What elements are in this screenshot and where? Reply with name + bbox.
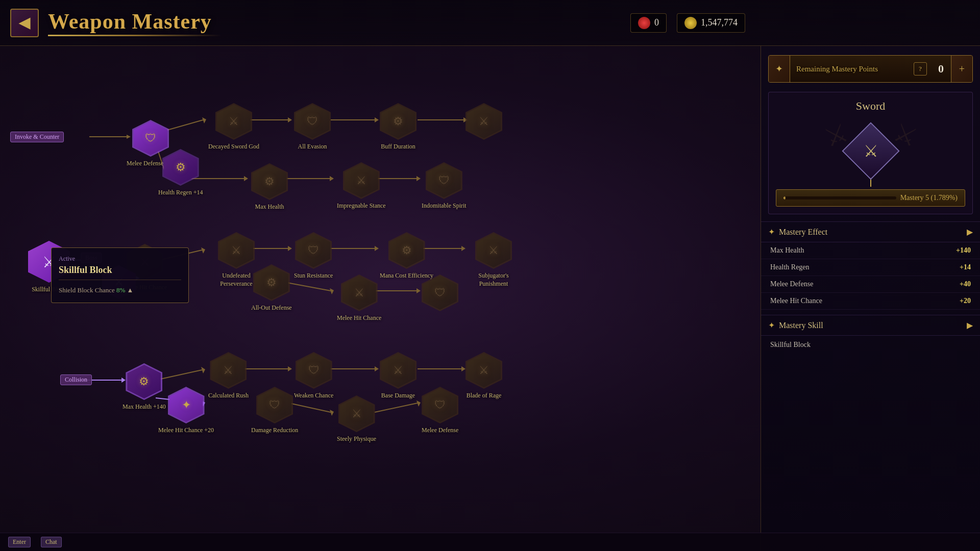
impregnable-outer: ⚔ [343,162,380,199]
mastery-effect-icon: ✦ [768,227,775,237]
damage-reduction-r1-label: Indomitable Spirit [422,202,467,210]
mastery-currency-value: 0 [654,17,659,28]
all-out-label: Melee Hit Chance [337,314,381,322]
melee-hit-r3-node[interactable]: 🛡 [422,274,458,314]
svg-marker-38 [288,366,292,371]
effect-melee-hit-value: +20 [960,297,971,305]
mastery-effect-header: ✦ Mastery Effect ▶ [761,221,980,242]
melee-hit-20-node[interactable]: ✦ Melee Hit Chance +20 [158,387,214,435]
undefeated-hex: ⚔ [219,234,253,267]
svg-line-47 [375,403,418,412]
weaken-chance-node[interactable]: 🛡 Weaken Chance [294,352,333,400]
all-evasion-hex: 🛡 [296,105,329,138]
damage-reduction-r1-node[interactable]: 🛡 Indomitable Spirit [422,162,467,210]
sword-diamond-icon: ⚔ [863,141,878,161]
effect-max-health-label: Max Health [770,246,804,255]
damage-reduction-r5-node[interactable]: 🛡 Damage Reduction [251,387,298,435]
subjugator-outer: ⚔ [475,232,512,269]
svg-marker-20 [201,247,205,254]
buff-duration-label: Buff Duration [381,143,415,151]
all-evasion-node[interactable]: 🛡 All Evasion [294,103,331,151]
mastery-points-icon: ✦ [769,56,790,82]
indomitable-spirit-node[interactable]: ⚔ [465,103,502,143]
steely-physique-hex: ⚔ [340,397,374,431]
fleur-icon: ✦ [775,63,783,74]
svg-marker-5 [288,117,292,122]
indomitable-outer: ⚔ [465,103,502,140]
svg-marker-26 [461,246,465,251]
blade-of-rage-hex: ⚔ [467,354,501,387]
max-health-r3-node[interactable]: ⚙ All-Out Defense [251,264,292,312]
damage-reduction-r1-hex: 🛡 [427,164,461,197]
svg-marker-22 [288,246,292,251]
effect-max-health: Max Health +140 [761,242,980,259]
all-out-defense-node[interactable]: ⚔ Melee Hit Chance [337,274,381,322]
back-arrow-icon: ◀ [19,14,30,31]
title-decoration [48,35,222,36]
shield-icon: 🛡 [438,174,450,187]
plus-icon: + [959,63,965,75]
tooltip-desc-prefix: Shield Block Chance [59,286,116,294]
decayed-sword-label: Decayed Sword God [208,143,259,151]
buff-duration-node[interactable]: ⚙ Buff Duration [380,103,416,151]
mastery-level-bar: Mastery 5 (1.789%) [776,189,965,207]
decayed-sword-hex: ⚔ [217,105,251,138]
max-health-r3-label: All-Out Defense [251,304,292,312]
blade-of-rage-node[interactable]: ⚔ Blade of Rage [465,352,502,400]
mastery-points-question[interactable]: ? [914,62,927,76]
back-button[interactable]: ◀ [10,9,39,37]
skill-tree: Invoke & Counter 🛡 Melee Defense +40 ⚙ H… [0,46,761,551]
mastery-skill-header: ✦ Mastery Skill ▶ [761,315,980,336]
gear-icon: ⚙ [139,375,149,388]
base-damage-outer: ⚔ [380,352,416,389]
health-regen-hex-outer: ⚙ [162,149,199,186]
sword-image-area: ⚔ ⚔ ⚔ [776,118,965,184]
effect-melee-defense-value: +40 [960,280,971,288]
sword-panel: Sword ⚔ ⚔ ⚔ Mastery 5 (1.789%) [768,92,973,214]
damage-reduction-r5-outer: 🛡 [256,387,293,423]
mana-cost-node[interactable]: ⚙ Mana Cost Efficiency [380,232,433,280]
mastery-effect-arrow-icon[interactable]: ▶ [967,227,973,237]
decayed-sword-god-node[interactable]: ⚔ Decayed Sword God [208,103,259,151]
weaken-chance-label: Weaken Chance [294,392,333,400]
mastery-effects-list: Max Health +140 Health Regen +14 Melee D… [761,242,980,310]
base-damage-node[interactable]: ⚔ Base Damage [380,352,416,400]
svg-marker-12 [244,176,248,181]
sword-icon: ⚔ [229,115,239,128]
gear-icon: ⚙ [393,115,403,128]
mastery-level-text: Mastery 5 (1.789%) [900,194,958,202]
max-health-row1-node[interactable]: ⚙ Max Health [251,163,288,211]
melee-defense-r5-node[interactable]: 🛡 Melee Defense [422,387,458,435]
gold-currency-value: 1,547,774 [701,17,738,28]
calculated-rush-node[interactable]: ⚔ Calculated Rush [208,352,249,400]
damage-reduction-r5-label: Damage Reduction [251,427,298,435]
title-area: Weapon Mastery [48,9,222,36]
stun-resistance-node[interactable]: 🛡 Stun Resistance [294,232,333,280]
tooltip-desc: Shield Block Chance 8% ▲ [59,285,181,295]
collision-pill[interactable]: Collision [60,374,92,385]
invoke-counter-pill[interactable]: Invoke & Counter [10,132,64,142]
svg-marker-24 [375,246,379,251]
melee-hit-r3-outer: 🛡 [422,274,458,311]
shield-icon: 🛡 [434,398,446,412]
health-regen-node[interactable]: ⚙ Health Regen +14 [158,149,203,197]
tooltip-name: Skillful Block [59,265,181,280]
sword-icon: ⚔ [393,364,403,377]
mastery-skill-arrow-icon[interactable]: ▶ [967,320,973,330]
undefeated-outer: ⚔ [218,232,255,269]
mastery-points-bar: ✦ Remaining Mastery Points ? 0 + [768,55,973,83]
subjugator-node[interactable]: ⚔ Subjugator's Punishment [465,232,522,288]
mastery-points-value: 0 [931,62,951,76]
mastery-points-add-button[interactable]: + [951,56,972,82]
calculated-rush-label: Calculated Rush [208,392,249,400]
indomitable-hex: ⚔ [467,105,501,138]
steely-physique-node[interactable]: ⚔ Steely Physique [337,395,376,443]
stun-resistance-label: Stun Resistance [294,272,333,280]
blade-of-rage-outer: ⚔ [465,352,502,389]
calculated-rush-outer: ⚔ [210,352,247,389]
impregnable-stance-node[interactable]: ⚔ Impregnable Stance [337,162,386,210]
svg-marker-14 [330,176,334,181]
max-health-r1-hex: ⚙ [253,165,286,198]
tooltip-type: Active [59,255,181,263]
gold-currency-icon [684,17,697,29]
